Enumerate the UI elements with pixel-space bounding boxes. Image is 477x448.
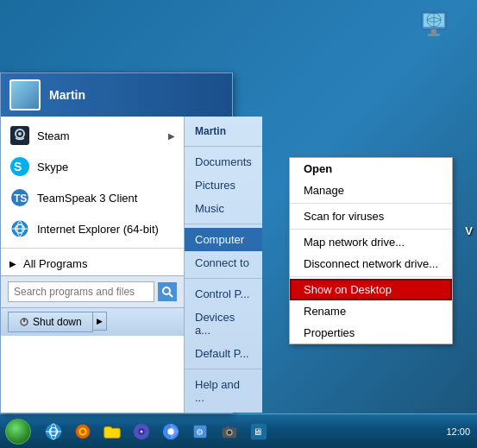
right-item-music[interactable]: Music bbox=[185, 197, 262, 220]
steam-label: Steam bbox=[37, 129, 161, 142]
svg-rect-3 bbox=[428, 34, 440, 36]
ctx-divider-2 bbox=[290, 229, 452, 230]
start-menu-right-panel: Martin Documents Pictures Music Computer… bbox=[184, 117, 262, 413]
all-programs-arrow: ▶ bbox=[9, 259, 16, 268]
taskbar-network-icon[interactable]: 🖥 bbox=[245, 418, 273, 445]
power-icon bbox=[19, 317, 29, 327]
taskbar-media-icon[interactable] bbox=[128, 418, 155, 445]
right-item-martin[interactable]: Martin bbox=[185, 120, 262, 142]
menu-divider-1 bbox=[1, 248, 184, 249]
ctx-manage[interactable]: Manage bbox=[290, 180, 452, 201]
ctx-rename[interactable]: Rename bbox=[290, 300, 452, 322]
ctx-map-drive[interactable]: Map network drive... bbox=[290, 231, 452, 253]
teamspeak-icon: TS bbox=[9, 187, 30, 208]
taskbar-camera-icon[interactable] bbox=[216, 418, 243, 445]
svg-point-37 bbox=[228, 430, 232, 434]
all-programs-item[interactable]: ▶ All Programs bbox=[1, 252, 184, 275]
svg-point-30 bbox=[141, 430, 143, 432]
system-tray: 12:00 bbox=[439, 426, 477, 437]
taskbar-firefox-icon[interactable] bbox=[69, 418, 97, 445]
start-menu-item-teamspeak[interactable]: TS TeamSpeak 3 Client bbox=[1, 182, 184, 213]
shutdown-label: Shut down bbox=[33, 316, 82, 328]
ctx-open[interactable]: Open bbox=[290, 158, 452, 180]
ie-icon bbox=[9, 218, 30, 239]
svg-text:🖥: 🖥 bbox=[253, 426, 262, 436]
steam-icon bbox=[9, 125, 30, 146]
skype-icon: S bbox=[9, 156, 30, 177]
right-item-help[interactable]: Help and ... bbox=[185, 373, 262, 409]
svg-point-27 bbox=[80, 429, 85, 434]
steam-arrow: ▶ bbox=[168, 131, 175, 141]
right-item-documents[interactable]: Documents bbox=[185, 150, 262, 174]
shutdown-button[interactable]: Shut down bbox=[8, 312, 93, 332]
clock: 12:00 bbox=[446, 426, 470, 437]
ctx-scan[interactable]: Scan for viruses bbox=[290, 205, 452, 227]
context-menu: Open Manage Scan for viruses Map network… bbox=[289, 157, 453, 344]
right-divider-3 bbox=[185, 278, 262, 279]
right-item-pictures[interactable]: Pictures bbox=[185, 174, 262, 197]
search-icon bbox=[161, 286, 173, 298]
svg-rect-38 bbox=[226, 426, 229, 428]
computer-icon-svg bbox=[417, 9, 451, 43]
search-input[interactable] bbox=[8, 281, 154, 302]
svg-rect-2 bbox=[431, 29, 436, 34]
ctx-divider-3 bbox=[290, 276, 452, 277]
svg-line-18 bbox=[169, 293, 173, 297]
desktop: Dr V Martin bbox=[0, 0, 477, 448]
right-item-defaultprograms[interactable]: Default P... bbox=[185, 342, 262, 365]
ctx-divider-1 bbox=[290, 203, 452, 204]
start-menu-item-ie[interactable]: Internet Explorer (64-bit) bbox=[1, 213, 184, 244]
start-menu: Martin Steam ▶ bbox=[0, 73, 233, 413]
svg-text:⚙: ⚙ bbox=[196, 426, 204, 436]
shutdown-group: Shut down ▶ bbox=[8, 312, 107, 332]
svg-point-17 bbox=[163, 287, 170, 294]
taskbar-pinned-icons: ⚙ 🖥 bbox=[36, 418, 439, 445]
start-button[interactable] bbox=[5, 419, 31, 445]
right-divider-1 bbox=[185, 146, 262, 147]
start-menu-body: Steam ▶ S Skype bbox=[1, 117, 232, 413]
ctx-show-desktop[interactable]: Show on Desktop bbox=[290, 279, 452, 300]
start-menu-item-skype[interactable]: S Skype bbox=[1, 151, 184, 182]
shutdown-arrow-btn[interactable]: ▶ bbox=[93, 312, 107, 331]
ctx-properties[interactable]: Properties bbox=[290, 322, 452, 344]
right-item-controlpanel[interactable]: Control P... bbox=[185, 282, 262, 306]
svg-text:TS: TS bbox=[14, 192, 27, 205]
taskbar: ⚙ 🖥 12:00 bbox=[0, 413, 477, 448]
right-divider-4 bbox=[185, 369, 262, 369]
desktop-computer-icon[interactable] bbox=[417, 9, 451, 46]
right-item-connect[interactable]: Connect to bbox=[185, 251, 262, 274]
teamspeak-label: TeamSpeak 3 Client bbox=[37, 192, 175, 205]
start-menu-left-panel: Steam ▶ S Skype bbox=[1, 117, 184, 413]
ctx-disconnect-drive[interactable]: Disconnect network drive... bbox=[290, 253, 452, 274]
desktop-label-v: V bbox=[465, 224, 473, 237]
ie-label: Internet Explorer (64-bit) bbox=[37, 223, 175, 236]
taskbar-folder-icon[interactable] bbox=[98, 418, 126, 445]
start-menu-item-steam[interactable]: Steam ▶ bbox=[1, 120, 184, 151]
svg-text:S: S bbox=[14, 160, 22, 174]
user-avatar bbox=[9, 79, 41, 110]
right-item-computer[interactable]: Computer bbox=[185, 228, 262, 251]
username-label: Martin bbox=[49, 88, 85, 102]
right-item-devices[interactable]: Devices a... bbox=[185, 306, 262, 342]
search-area bbox=[1, 275, 184, 307]
taskbar-tools-icon[interactable]: ⚙ bbox=[186, 418, 214, 445]
taskbar-ie-icon[interactable] bbox=[40, 418, 67, 445]
right-divider-2 bbox=[185, 224, 262, 224]
all-programs-label: All Programs bbox=[23, 257, 87, 270]
taskbar-chrome-icon[interactable] bbox=[157, 418, 185, 445]
start-menu-footer: Shut down ▶ bbox=[1, 307, 184, 336]
skype-label: Skype bbox=[37, 161, 175, 174]
start-menu-header: Martin bbox=[1, 73, 232, 117]
search-button[interactable] bbox=[158, 282, 177, 301]
svg-point-8 bbox=[18, 132, 22, 136]
